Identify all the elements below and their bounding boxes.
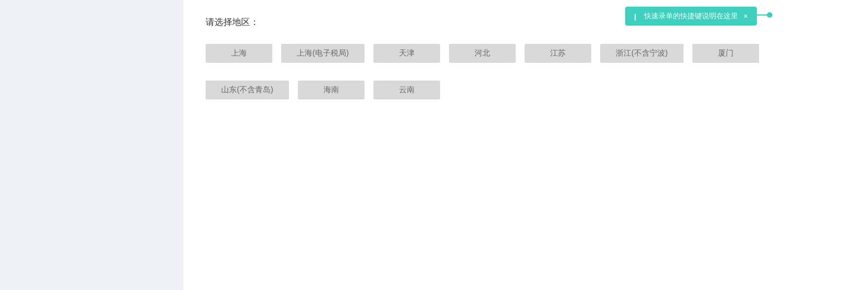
region-btn-shandong[interactable]: 山东(不含青岛) (206, 81, 289, 99)
region-btn-xiamen[interactable]: 厦门 (692, 44, 759, 63)
tooltip-text: 快速录单的快捷键说明在这里 (644, 11, 738, 21)
tooltip-bubble: 快速录单的快捷键说明在这里 × (625, 7, 757, 26)
main-content: 请选择地区： 上海 上海(电子税局) 天津 河北 江苏 浙江(不含宁波) 厦门 … (183, 0, 868, 290)
region-btn-zhejiang[interactable]: 浙江(不含宁波) (600, 44, 684, 63)
tooltip-close-button[interactable]: × (744, 12, 748, 21)
region-btn-jiangsu[interactable]: 江苏 (525, 44, 591, 63)
region-buttons: 上海 上海(电子税局) 天津 河北 江苏 浙江(不含宁波) 厦门 山东(不含青岛… (206, 44, 846, 99)
region-btn-yunnan[interactable]: 云南 (373, 81, 440, 99)
region-btn-shanghai-etax[interactable]: 上海(电子税局) (281, 44, 365, 63)
region-btn-shanghai[interactable]: 上海 (206, 44, 272, 63)
region-btn-hebei[interactable]: 河北 (449, 44, 516, 63)
left-sidebar (0, 0, 183, 290)
region-btn-hainan[interactable]: 海南 (298, 81, 365, 99)
tooltip-dot (767, 12, 772, 18)
region-btn-tianjin[interactable]: 天津 (373, 44, 440, 63)
